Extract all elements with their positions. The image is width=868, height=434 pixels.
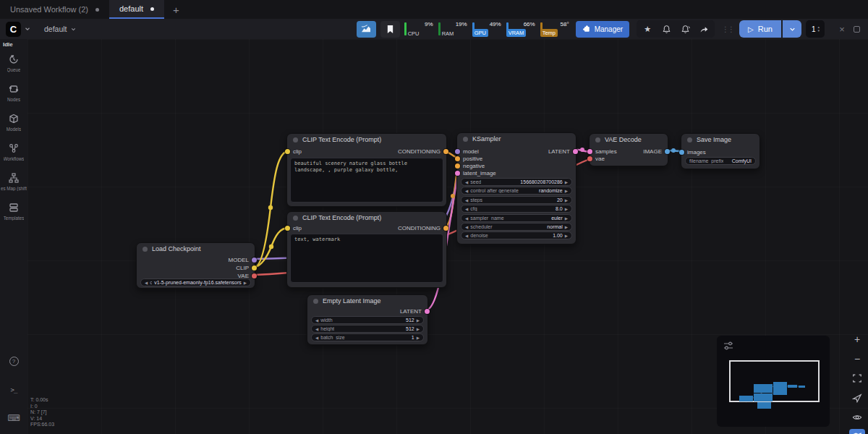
increment-icon[interactable]: ▶: [565, 180, 568, 184]
steps-widget[interactable]: ◀ steps 20 ▶: [461, 196, 572, 204]
conditioning-port-dot[interactable]: [443, 226, 448, 231]
clip-port-dot[interactable]: [252, 265, 257, 271]
sampler-name-widget[interactable]: ◀ sampler_name euler ▶: [461, 214, 572, 222]
collapse-dot[interactable]: [313, 299, 318, 304]
width-widget[interactable]: ◀ width 512 ▶: [311, 316, 424, 324]
clip-port-dot[interactable]: [285, 226, 290, 231]
node-header[interactable]: KSampler: [457, 133, 576, 145]
conditioning-port-dot[interactable]: [455, 163, 460, 169]
vae-port-dot[interactable]: [587, 156, 592, 161]
bell-button[interactable]: [658, 22, 674, 36]
decrement-icon[interactable]: ◀: [465, 198, 468, 203]
node-ksampler[interactable]: KSampler model positive negative latent_…: [456, 132, 576, 244]
minimap-toggle-button[interactable]: [849, 429, 865, 434]
node-header[interactable]: Empty Latent Image: [307, 295, 427, 307]
node-header[interactable]: CLIP Text Encode (Prompt): [287, 134, 446, 145]
sidebar-item-nodes-map[interactable]: es Map (shift: [0, 172, 27, 191]
prompt-text-widget[interactable]: text, watermark: [290, 234, 443, 283]
node-header[interactable]: CLIP Text Encode (Prompt): [287, 212, 446, 224]
stepper-arrows[interactable]: ▴ ▾: [818, 25, 820, 33]
collapse-dot[interactable]: [293, 216, 298, 221]
star-button[interactable]: ★: [639, 22, 655, 36]
output-port-latent[interactable]: LATENT: [400, 308, 430, 315]
node-clip-text-encode-negative[interactable]: CLIP Text Encode (Prompt) clip CONDITION…: [286, 211, 447, 288]
output-port-conditioning[interactable]: CONDITIONING: [398, 225, 448, 231]
minimap[interactable]: [717, 336, 830, 427]
cancel-button[interactable]: ×: [835, 22, 849, 36]
zoom-out-button[interactable]: −: [849, 351, 865, 367]
manager-button[interactable]: Manager: [576, 21, 629, 38]
image-port-dot[interactable]: [679, 150, 684, 155]
sidebar-item-workflows[interactable]: Workflows: [0, 142, 27, 161]
sidebar-item-models[interactable]: Models: [0, 113, 27, 132]
height-widget[interactable]: ◀ height 512 ▶: [311, 325, 424, 333]
node-header[interactable]: Save Image: [681, 134, 760, 145]
input-port-samples[interactable]: samples: [587, 148, 617, 155]
output-port-clip[interactable]: CLIP: [236, 265, 257, 271]
increment-icon[interactable]: ▶: [565, 225, 568, 229]
collapse-dot[interactable]: [142, 247, 148, 252]
stop-button[interactable]: [849, 22, 864, 36]
input-port-model[interactable]: model: [455, 148, 479, 155]
combo-left-icon[interactable]: ◀: [145, 281, 148, 285]
node-clip-text-encode-positive[interactable]: CLIP Text Encode (Prompt) clip CONDITION…: [286, 133, 447, 207]
model-port-dot[interactable]: [252, 258, 257, 263]
denoise-widget[interactable]: ◀ denoise 1.00 ▶: [461, 231, 572, 239]
increment-icon[interactable]: ▶: [565, 198, 568, 203]
control-after-generate-widget[interactable]: ◀ control after generate randomize ▶: [461, 187, 572, 195]
collapse-dot[interactable]: [293, 137, 298, 142]
decrement-icon[interactable]: ◀: [465, 207, 468, 211]
decrement-icon[interactable]: ◀: [465, 189, 468, 193]
node-load-checkpoint[interactable]: Load Checkpoint MODEL CLIP VAE ◀ c ... v…: [136, 242, 255, 289]
batch-count-stepper[interactable]: 1 ▴ ▾: [806, 20, 825, 38]
image-port-dot[interactable]: [665, 149, 670, 154]
output-port-latent[interactable]: LATENT: [548, 148, 578, 155]
input-port-vae[interactable]: vae: [587, 156, 605, 162]
sidebar-item-templates[interactable]: Templates: [0, 202, 27, 221]
decrement-icon[interactable]: ◀: [465, 234, 468, 238]
tab-unsaved-workflow[interactable]: Unsaved Workflow (2): [0, 0, 109, 19]
latent-port-dot[interactable]: [587, 149, 592, 154]
stats-panel-toggle-button[interactable]: [357, 21, 376, 38]
sidebar-item-nodes[interactable]: Nodes: [0, 83, 27, 102]
latent-port-dot[interactable]: [425, 309, 430, 314]
bookmark-button[interactable]: [380, 21, 400, 38]
input-port-clip[interactable]: clip: [285, 148, 302, 155]
output-port-image[interactable]: IMAGE: [643, 148, 670, 155]
increment-icon[interactable]: ▶: [565, 189, 568, 193]
output-port-model[interactable]: MODEL: [229, 257, 257, 263]
collapse-dot[interactable]: [463, 137, 468, 142]
decrement-icon[interactable]: ◀: [315, 318, 318, 323]
model-port-dot[interactable]: [455, 149, 460, 154]
increment-icon[interactable]: ▶: [417, 327, 420, 331]
increment-icon[interactable]: ▶: [565, 234, 568, 238]
clip-port-dot[interactable]: [285, 149, 290, 154]
input-port-clip[interactable]: clip: [285, 225, 302, 231]
scheduler-widget[interactable]: ◀ scheduler normal ▶: [461, 223, 572, 231]
collapse-dot[interactable]: [687, 137, 692, 142]
sidebar-item-queue[interactable]: Queue: [0, 54, 27, 72]
filename-prefix-widget[interactable]: filename_prefix ComfyUI: [685, 157, 756, 165]
workflow-selector[interactable]: default: [44, 25, 77, 33]
latent-port-dot[interactable]: [455, 171, 460, 176]
toggle-link-visibility-button[interactable]: [849, 409, 865, 425]
bell-ring-button[interactable]: [677, 22, 693, 36]
input-port-negative[interactable]: negative: [455, 163, 485, 169]
collapse-dot[interactable]: [595, 137, 600, 142]
ckpt-name-widget[interactable]: ◀ c ... v1-5-pruned-emaonly-fp16.safeten…: [140, 278, 251, 286]
run-options-button[interactable]: [783, 20, 801, 38]
share-button[interactable]: [696, 22, 712, 36]
run-button[interactable]: ▷ Run: [739, 20, 781, 38]
increment-icon[interactable]: ▶: [565, 216, 568, 221]
zoom-in-button[interactable]: +: [849, 331, 865, 347]
output-port-conditioning[interactable]: CONDITIONING: [398, 148, 448, 155]
latent-port-dot[interactable]: [573, 149, 578, 154]
decrement-icon[interactable]: ◀: [465, 216, 468, 221]
conditioning-port-dot[interactable]: [455, 156, 460, 161]
decrement-icon[interactable]: ◀: [465, 225, 468, 229]
increment-icon[interactable]: ▶: [417, 336, 420, 340]
prompt-text-widget[interactable]: beautiful scenery nature glass bottle la…: [290, 158, 443, 203]
node-header[interactable]: VAE Decode: [590, 134, 668, 145]
decrement-icon[interactable]: ◀: [465, 180, 468, 184]
input-port-latent-image[interactable]: latent_image: [455, 170, 496, 176]
